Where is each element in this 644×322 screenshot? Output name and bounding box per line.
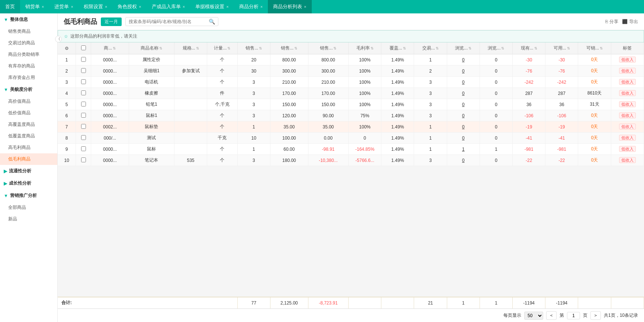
row-checkbox[interactable]: [76, 144, 91, 155]
row-select-checkbox[interactable]: [81, 68, 86, 73]
row-select-checkbox[interactable]: [81, 113, 86, 118]
nav-item-product-analysis-list[interactable]: 商品分析列表 ×: [268, 0, 311, 13]
col-gross-margin[interactable]: 毛利率⇅: [349, 42, 381, 54]
row-name[interactable]: 鼠标垫: [129, 121, 174, 133]
sidebar-item-traded-products[interactable]: 交易过的商品: [0, 37, 57, 49]
row-browse1[interactable]: 0: [447, 155, 480, 166]
row-name[interactable]: 属性定价: [129, 54, 174, 66]
row-select-checkbox[interactable]: [81, 57, 86, 62]
row-browse1[interactable]: 0: [447, 121, 480, 133]
row-select-checkbox[interactable]: [81, 135, 86, 140]
row-browse1[interactable]: 0: [447, 99, 480, 110]
close-template-icon[interactable]: ×: [226, 4, 228, 9]
sidebar-collapse-button[interactable]: 《: [55, 36, 62, 42]
nav-item-permission[interactable]: 权限设置 ×: [79, 0, 112, 13]
row-name[interactable]: 鼠标1: [129, 110, 174, 121]
share-button[interactable]: ⎘ 分享: [605, 19, 618, 25]
row-select-checkbox[interactable]: [81, 146, 86, 151]
prev-page-button[interactable]: ＜: [546, 311, 557, 320]
nav-item-role[interactable]: 角色授权 ×: [112, 0, 146, 13]
row-checkbox[interactable]: [76, 99, 91, 110]
row-checkbox[interactable]: [76, 77, 91, 88]
col-browse1[interactable]: 浏览...⇅: [447, 42, 480, 54]
sidebar-item-high-coverage[interactable]: 高覆盖度商品: [0, 119, 57, 130]
sidebar-item-stock-capital[interactable]: 库存资金占用: [0, 72, 57, 83]
row-browse1[interactable]: 0: [447, 66, 480, 77]
sidebar-section-beauty[interactable]: ▼ 美貌度分析: [0, 83, 57, 96]
row-checkbox[interactable]: [76, 155, 91, 166]
row-browse1[interactable]: 0: [447, 88, 480, 99]
close-analysis-list-icon[interactable]: ×: [304, 4, 306, 9]
nav-item-home[interactable]: 首页: [0, 0, 20, 13]
sidebar-item-low-margin[interactable]: 低毛利商品: [0, 153, 57, 165]
search-input[interactable]: [129, 19, 207, 24]
row-select-checkbox[interactable]: [81, 90, 86, 95]
filter-recent-month-button[interactable]: 近一月: [101, 17, 122, 26]
sidebar-section-liquidity[interactable]: ▶ 流通性分析: [0, 165, 57, 177]
col-trade[interactable]: 交易...⇅: [414, 42, 447, 54]
close-sales-icon[interactable]: ×: [42, 4, 44, 9]
col-browse2[interactable]: 浏览...⇅: [480, 42, 512, 54]
row-browse1[interactable]: 0: [447, 54, 480, 66]
nav-item-sales[interactable]: 销货单 ×: [20, 0, 49, 13]
col-saleable-days[interactable]: 可销...⇅: [578, 42, 611, 54]
nav-item-product-analysis[interactable]: 商品分析 ×: [234, 0, 268, 13]
nav-item-template[interactable]: 单据模板设置 ×: [190, 0, 234, 13]
row-browse1[interactable]: 0: [447, 110, 480, 121]
row-name[interactable]: 鼠标: [129, 144, 174, 155]
col-sales-amount[interactable]: 销售...⇅: [270, 42, 308, 54]
sidebar-item-stocked-products[interactable]: 有库存的商品: [0, 60, 57, 72]
export-button[interactable]: ⬛ 导出: [622, 19, 638, 25]
col-available-stock[interactable]: 可用...⇅: [545, 42, 578, 54]
sidebar-section-growth[interactable]: ▶ 成长性分析: [0, 177, 57, 189]
row-name[interactable]: 橡皮擦: [129, 88, 174, 99]
page-input[interactable]: [567, 312, 580, 319]
row-select-checkbox[interactable]: [81, 79, 86, 84]
row-name[interactable]: 笔记本: [129, 155, 174, 166]
nav-item-product-entry[interactable]: 产成品入库单 ×: [147, 0, 190, 13]
nav-item-purchase[interactable]: 进货单 ×: [49, 0, 78, 13]
sidebar-item-category-rate[interactable]: 商品分类助销率: [0, 49, 57, 60]
row-browse1[interactable]: 0: [447, 133, 480, 144]
col-code[interactable]: 商...⇅: [91, 42, 129, 54]
per-page-select[interactable]: 50 10 20 100: [524, 312, 543, 320]
sidebar-section-marketing[interactable]: ▼ 营销推广分析: [0, 189, 57, 202]
col-settings[interactable]: ⚙: [58, 42, 76, 54]
row-browse1[interactable]: 0: [447, 77, 480, 88]
sidebar-item-low-coverage[interactable]: 低覆盖度商品: [0, 130, 57, 142]
row-checkbox[interactable]: [76, 54, 91, 66]
row-name[interactable]: 电话机: [129, 77, 174, 88]
close-purchase-icon[interactable]: ×: [71, 4, 73, 9]
row-name[interactable]: 吴细细1: [129, 66, 174, 77]
row-checkbox[interactable]: [76, 133, 91, 144]
close-permission-icon[interactable]: ×: [105, 4, 107, 9]
sidebar-item-low-value[interactable]: 低价值商品: [0, 107, 57, 119]
col-sales-qty[interactable]: 销售...⇅: [237, 42, 270, 54]
col-coverage[interactable]: 覆盖...⇅: [381, 42, 414, 54]
sidebar-section-overall[interactable]: ▼ 整体信息: [0, 13, 57, 26]
row-select-checkbox[interactable]: [81, 124, 86, 129]
row-name[interactable]: 测试: [129, 133, 174, 144]
sidebar-item-new-products[interactable]: 新品: [0, 213, 57, 225]
row-checkbox[interactable]: [76, 110, 91, 121]
sidebar-item-all-products[interactable]: 全部商品: [0, 202, 57, 213]
row-browse1[interactable]: 1: [447, 144, 480, 155]
sidebar-item-sales-products[interactable]: 销售类商品: [0, 26, 57, 37]
close-role-icon[interactable]: ×: [139, 4, 141, 9]
col-unit[interactable]: 计量...⇅: [207, 42, 237, 54]
sidebar-item-high-value[interactable]: 高价值商品: [0, 96, 57, 107]
sidebar-item-high-margin[interactable]: 高毛利商品: [0, 142, 57, 153]
col-spec[interactable]: 规格...⇅: [174, 42, 207, 54]
next-page-button[interactable]: ＞: [590, 311, 601, 320]
col-current-stock[interactable]: 现有...⇅: [513, 42, 545, 54]
close-product-entry-icon[interactable]: ×: [183, 4, 185, 9]
row-checkbox[interactable]: [76, 88, 91, 99]
row-name[interactable]: 铅笔1: [129, 99, 174, 110]
select-all-checkbox[interactable]: [81, 45, 86, 50]
row-checkbox[interactable]: [76, 66, 91, 77]
row-select-checkbox[interactable]: [81, 157, 86, 162]
col-name[interactable]: 商品名称⇅: [129, 42, 174, 54]
col-sales-profit[interactable]: 销售...⇅: [308, 42, 349, 54]
col-tag[interactable]: 标签: [611, 42, 644, 54]
close-product-analysis-icon[interactable]: ×: [260, 4, 263, 9]
